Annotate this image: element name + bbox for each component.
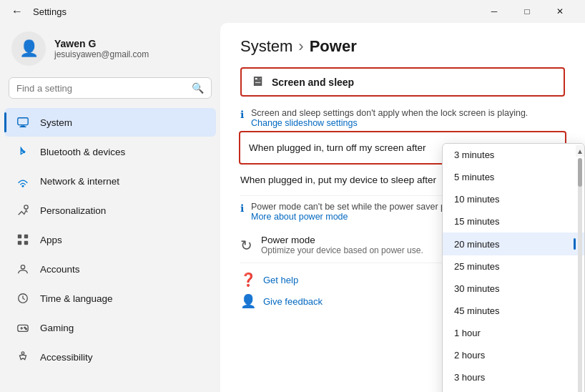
gaming-icon — [16, 320, 30, 335]
give-feedback-label: Give feedback — [263, 296, 323, 307]
dropdown-item-3hr-label: 3 hours — [454, 372, 485, 383]
dropdown-item-25min[interactable]: 25 minutes — [443, 255, 584, 278]
dropdown-item-1hr-label: 1 hour — [454, 328, 481, 338]
svg-point-15 — [26, 328, 27, 330]
dropdown-item-5min-label: 5 minutes — [454, 172, 494, 182]
svg-rect-8 — [24, 241, 28, 245]
title-bar: ← Settings ─ □ ✕ — [0, 0, 585, 23]
scroll-up-button[interactable]: ▲ — [576, 145, 584, 157]
sidebar-item-accounts[interactable]: Accounts — [4, 255, 216, 283]
sidebar-item-personalization-label: Personalization — [40, 205, 106, 216]
svg-point-16 — [21, 352, 24, 355]
back-button[interactable]: ← — [9, 4, 26, 19]
sidebar-item-system[interactable]: System — [4, 108, 216, 137]
svg-rect-5 — [18, 235, 21, 238]
sidebar-item-personalization[interactable]: Personalization — [4, 196, 216, 225]
sidebar-item-time-label: Time & language — [40, 293, 113, 304]
sidebar: 👤 Yawen G jesuisyawen@gmail.com 🔍 System — [0, 23, 220, 392]
change-slideshow-link[interactable]: Change slideshow settings — [251, 118, 358, 128]
user-email: jesuisyawen@gmail.com — [54, 49, 149, 59]
content-header: System › Power — [220, 23, 585, 67]
dropdown-item-25min-label: 25 minutes — [454, 261, 500, 272]
scroll-track — [578, 158, 582, 392]
time-icon — [16, 291, 30, 305]
sidebar-item-accessibility[interactable]: Accessibility — [4, 343, 216, 371]
sidebar-item-bluetooth[interactable]: Bluetooth & devices — [4, 137, 216, 166]
sidebar-item-accessibility-label: Accessibility — [40, 352, 93, 363]
dropdown-item-2hr[interactable]: 2 hours — [443, 344, 584, 366]
dropdown-item-10min[interactable]: 10 minutes — [443, 188, 584, 210]
maximize-button[interactable]: □ — [511, 0, 544, 23]
personalization-icon — [16, 203, 30, 217]
user-profile[interactable]: 👤 Yawen G jesuisyawen@gmail.com — [0, 23, 220, 77]
minimize-button[interactable]: ─ — [478, 0, 511, 23]
sidebar-item-network-label: Network & internet — [40, 176, 119, 187]
sidebar-item-network[interactable]: Network & internet — [4, 167, 216, 195]
dropdown-item-20min-label: 20 minutes — [454, 239, 500, 250]
sidebar-item-time[interactable]: Time & language — [4, 284, 216, 313]
search-box[interactable]: 🔍 — [9, 77, 212, 99]
dropdown-item-4hr[interactable]: 4 hours — [443, 388, 584, 392]
svg-point-14 — [24, 327, 26, 328]
feedback-icon: 👤 — [240, 293, 256, 309]
user-info: Yawen G jesuisyawen@gmail.com — [54, 38, 149, 59]
window-controls: ─ □ ✕ — [478, 0, 576, 23]
accounts-icon — [16, 262, 30, 276]
dropdown-item-2hr-label: 2 hours — [454, 350, 485, 361]
sleep-label: When plugged in, put my device to sleep … — [240, 175, 436, 185]
nav-list: System Bluetooth & devices Network & int… — [0, 107, 220, 386]
svg-rect-0 — [18, 118, 28, 125]
dropdown-item-15min-label: 15 minutes — [454, 216, 500, 227]
info-icon: ℹ — [240, 109, 244, 120]
svg-point-3 — [22, 185, 24, 187]
bluetooth-icon — [16, 144, 30, 159]
sidebar-item-accounts-label: Accounts — [40, 264, 80, 275]
scroll-thumb[interactable] — [578, 158, 582, 187]
sidebar-item-apps[interactable]: Apps — [4, 225, 216, 254]
dropdown-item-3min[interactable]: 3 minutes — [443, 144, 584, 166]
dropdown-item-3min-label: 3 minutes — [454, 150, 494, 160]
accessibility-icon — [16, 350, 30, 364]
network-icon — [16, 174, 30, 188]
breadcrumb-current: Power — [310, 37, 357, 56]
sidebar-item-gaming-label: Gaming — [40, 323, 74, 333]
content-area: System › Power 🖥 Screen and sleep ℹ Scre… — [220, 23, 585, 392]
sidebar-item-system-label: System — [40, 117, 72, 128]
sidebar-item-apps-label: Apps — [40, 235, 62, 245]
app-body: 👤 Yawen G jesuisyawen@gmail.com 🔍 System — [0, 23, 585, 392]
user-name: Yawen G — [54, 38, 149, 49]
dropdown-item-45min-label: 45 minutes — [454, 305, 500, 316]
breadcrumb: System › Power — [240, 37, 565, 56]
apps-icon — [16, 232, 30, 247]
power-mode-link[interactable]: More about power mode — [251, 212, 348, 222]
close-button[interactable]: ✕ — [544, 0, 576, 23]
help-icon: ❓ — [240, 272, 256, 288]
dropdown-item-30min[interactable]: 30 minutes — [443, 278, 584, 300]
dropdown-item-10min-label: 10 minutes — [454, 194, 500, 205]
search-input[interactable] — [16, 83, 186, 94]
sidebar-item-bluetooth-label: Bluetooth & devices — [40, 147, 125, 157]
info-text: Screen and sleep settings don't apply wh… — [251, 108, 528, 128]
get-help-label: Get help — [263, 275, 298, 285]
dropdown-item-15min[interactable]: 15 minutes — [443, 210, 584, 232]
screen-sleep-header[interactable]: 🖥 Screen and sleep — [240, 67, 565, 97]
svg-point-9 — [21, 265, 24, 269]
screen-icon: 🖥 — [250, 74, 263, 89]
sidebar-item-gaming[interactable]: Gaming — [4, 313, 216, 342]
dropdown-item-1hr[interactable]: 1 hour — [443, 322, 584, 344]
dropdown-item-3hr[interactable]: 3 hours — [443, 366, 584, 388]
system-icon — [16, 115, 30, 129]
warning-icon: ℹ — [240, 202, 244, 214]
app-title: Settings — [33, 6, 67, 17]
avatar: 👤 — [11, 31, 46, 66]
dropdown-item-45min[interactable]: 45 minutes — [443, 300, 584, 322]
dropdown-item-5min[interactable]: 5 minutes — [443, 166, 584, 188]
dropdown-scrollbar[interactable]: ▲ ▼ — [576, 144, 584, 392]
breadcrumb-parent: System — [240, 37, 292, 56]
search-icon: 🔍 — [192, 82, 204, 94]
time-dropdown[interactable]: 3 minutes 5 minutes 10 minutes 15 minute… — [442, 143, 585, 392]
dropdown-item-20min[interactable]: 20 minutes — [443, 232, 584, 255]
svg-rect-6 — [24, 235, 28, 238]
screen-sleep-label: Screen and sleep — [272, 77, 354, 88]
dropdown-item-30min-label: 30 minutes — [454, 283, 500, 294]
